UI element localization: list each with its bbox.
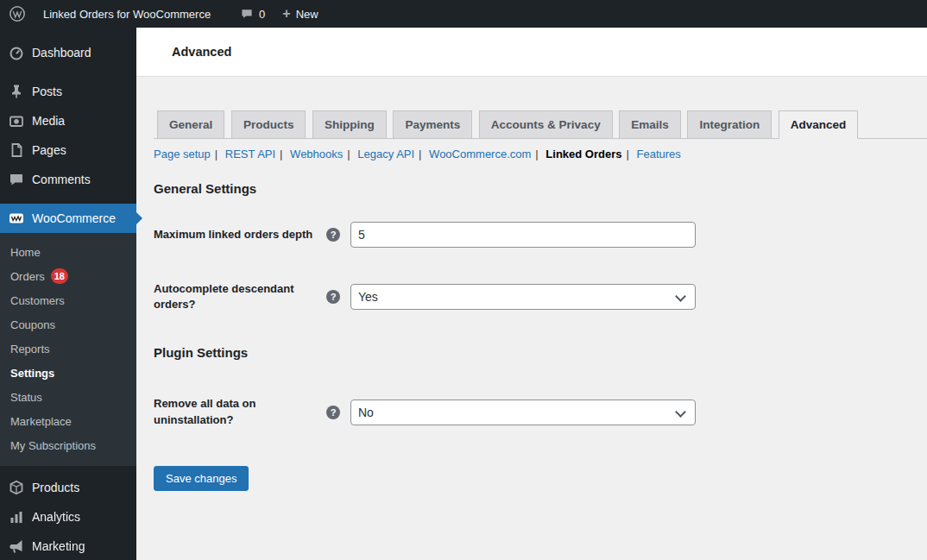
analytics-icon <box>8 508 25 525</box>
marketing-icon <box>8 538 25 555</box>
tab-integration[interactable]: Integration <box>687 110 772 139</box>
field-row-max-depth: Maximum linked orders depth ? <box>154 222 927 248</box>
comments-bubble-icon <box>240 7 254 21</box>
comments-count: 0 <box>259 8 265 21</box>
autocomplete-descendants-select[interactable]: Yes <box>350 284 696 310</box>
comments-button[interactable]: 0 <box>231 0 274 28</box>
comments-icon <box>8 171 25 188</box>
settings-subnav: Page setup REST API Webhooks Legacy API … <box>154 148 927 160</box>
subnav-linked-orders[interactable]: Linked Orders <box>545 148 621 160</box>
sidebar: Dashboard Posts Media Pages Comments <box>0 28 136 560</box>
sidebar-item-posts[interactable]: Posts <box>0 77 136 106</box>
help-icon[interactable]: ? <box>326 290 340 304</box>
sidebar-item-comments[interactable]: Comments <box>0 165 136 194</box>
subnav-webhooks[interactable]: Webhooks <box>290 148 343 160</box>
save-changes-button[interactable]: Save changes <box>154 466 249 491</box>
help-icon[interactable]: ? <box>326 228 340 242</box>
dashboard-icon <box>8 44 25 61</box>
subnav-legacy-api[interactable]: Legacy API <box>357 148 414 160</box>
tab-general[interactable]: General <box>157 110 224 139</box>
autocomplete-descendants-label: Autocomplete descendant orders? <box>154 281 326 312</box>
sidebar-item-label: Media <box>32 114 65 128</box>
products-icon <box>8 479 25 496</box>
admin-bar: Linked Orders for WooCommerce 0 + New <box>0 0 927 28</box>
sidebar-subitem-coupons[interactable]: Coupons <box>0 312 136 337</box>
submit-row: Save changes <box>154 466 927 491</box>
max-depth-input[interactable] <box>350 222 696 248</box>
media-icon <box>8 112 25 129</box>
sidebar-subitem-my-subscriptions[interactable]: My Subscriptions <box>0 433 136 457</box>
woocommerce-admin-header: Advanced <box>136 28 927 76</box>
tab-shipping[interactable]: Shipping <box>312 110 387 139</box>
orders-count-badge: 18 <box>51 268 68 284</box>
help-icon[interactable]: ? <box>326 406 340 419</box>
settings-tabs: General Products Shipping Payments Accou… <box>154 110 927 139</box>
sidebar-item-label: Pages <box>32 143 66 157</box>
sidebar-item-pages[interactable]: Pages <box>0 135 136 165</box>
subnav-woocommerce-com[interactable]: WooCommerce.com <box>429 148 531 160</box>
section-heading-plugin-settings: Plugin Settings <box>154 345 927 360</box>
sidebar-subitem-settings[interactable]: Settings <box>0 361 136 385</box>
new-button[interactable]: + New <box>274 0 326 28</box>
sidebar-item-label: Marketing <box>32 539 85 553</box>
tab-accounts-privacy[interactable]: Accounts & Privacy <box>479 110 613 139</box>
tab-advanced[interactable]: Advanced <box>779 110 859 139</box>
autocomplete-descendants-select-wrap: Yes <box>350 284 696 310</box>
pin-icon <box>8 83 25 100</box>
sidebar-item-label: Posts <box>32 85 62 98</box>
subnav-rest-api[interactable]: REST API <box>225 148 275 160</box>
sidebar-subitem-customers[interactable]: Customers <box>0 288 136 312</box>
remove-data-select-wrap: No <box>350 400 696 425</box>
woocommerce-submenu: Home Orders 18 Customers Coupons Reports… <box>0 233 136 466</box>
sidebar-subitem-marketplace[interactable]: Marketplace <box>0 409 136 433</box>
remove-data-select[interactable]: No <box>350 400 696 425</box>
sidebar-item-products[interactable]: Products <box>0 473 136 502</box>
tab-emails[interactable]: Emails <box>619 110 681 139</box>
subnav-features[interactable]: Features <box>637 148 681 160</box>
tab-payments[interactable]: Payments <box>393 110 472 139</box>
remove-data-label: Remove all data on uninstallation? <box>154 396 326 427</box>
field-row-remove-data: Remove all data on uninstallation? ? No <box>154 396 927 427</box>
sidebar-item-label: Analytics <box>32 510 80 524</box>
sidebar-item-woocommerce[interactable]: WooCommerce <box>0 204 136 233</box>
active-menu-arrow <box>136 212 142 224</box>
site-name-link[interactable]: Linked Orders for WooCommerce <box>35 0 219 28</box>
main-content: Advanced General Products Shipping Payme… <box>136 28 927 560</box>
sidebar-item-dashboard[interactable]: Dashboard <box>0 38 136 67</box>
sidebar-item-label: Dashboard <box>32 46 91 60</box>
wordpress-logo-button[interactable] <box>0 0 35 28</box>
new-label: New <box>296 8 318 21</box>
woocommerce-icon <box>8 210 25 227</box>
wordpress-logo-icon <box>9 5 26 22</box>
sidebar-item-label: Comments <box>32 173 91 186</box>
sidebar-item-analytics[interactable]: Analytics <box>0 502 136 532</box>
pages-icon <box>8 142 25 159</box>
site-name: Linked Orders for WooCommerce <box>43 8 211 21</box>
sidebar-item-label: WooCommerce <box>32 211 116 225</box>
max-depth-label: Maximum linked orders depth <box>154 227 326 242</box>
plus-icon: + <box>282 7 290 21</box>
sidebar-subitem-home[interactable]: Home <box>0 240 136 264</box>
sidebar-item-marketing[interactable]: Marketing <box>0 532 136 560</box>
sidebar-subitem-orders[interactable]: Orders 18 <box>0 264 136 288</box>
field-row-autocomplete-descendants: Autocomplete descendant orders? ? Yes <box>154 281 927 312</box>
sidebar-subitem-reports[interactable]: Reports <box>0 337 136 361</box>
sidebar-item-media[interactable]: Media <box>0 106 136 135</box>
section-heading-general-settings: General Settings <box>154 181 927 196</box>
sidebar-item-label: Products <box>32 481 79 494</box>
tab-products[interactable]: Products <box>231 110 306 139</box>
subnav-page-setup[interactable]: Page setup <box>154 148 211 160</box>
page-title: Advanced <box>172 45 231 59</box>
sidebar-subitem-status[interactable]: Status <box>0 385 136 409</box>
